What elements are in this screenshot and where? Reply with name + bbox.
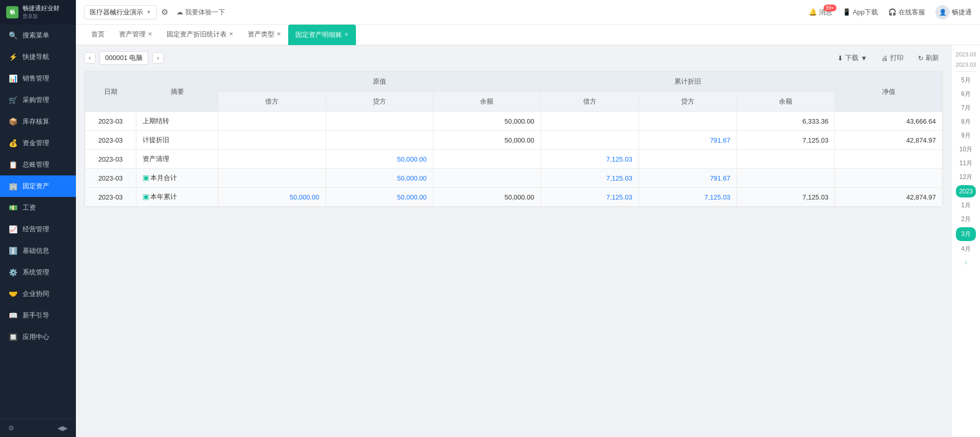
sidebar-item-label: 搜索菜单 [23, 31, 49, 40]
sidebar-item-system[interactable]: ⚙️ 系统管理 [0, 262, 76, 283]
topbar-right: 🔔 消息 99+ 📱 App下载 🎧 在线客服 👤 畅捷通 [809, 5, 972, 19]
sidebar-item-quick-nav[interactable]: ⚡ 快捷导航 [0, 46, 76, 68]
tabs-bar: 首页 资产管理 ✕ 固定资产折旧统计表 ✕ 资产类型 ✕ 固定资产明细账 ✕ [76, 25, 980, 45]
tab-asset-detail[interactable]: 固定资产明细账 ✕ [288, 25, 356, 45]
refresh-button[interactable]: ↻ 刷新 [914, 51, 943, 65]
tab-close-icon[interactable]: ✕ [229, 31, 233, 37]
timeline-month-10[interactable]: 10月 [952, 143, 980, 156]
table-cell-orig-debit: 50,000.00 [218, 188, 326, 207]
table-cell-net-value: 42,874.97 [835, 188, 943, 207]
timeline-month-6[interactable]: 6月 [952, 87, 980, 101]
sidebar-footer: ⚙ ◀▶ [0, 419, 76, 437]
chevron-down-icon: ▼ [146, 9, 151, 15]
table-cell-date: 2023-03 [85, 150, 136, 169]
support-button[interactable]: 🎧 在线客服 [888, 8, 925, 17]
headset-icon: 🎧 [888, 8, 896, 16]
timeline-month-8[interactable]: 8月 [952, 115, 980, 129]
table-cell-depr-balance: 7,125.03 [737, 188, 835, 207]
sidebar-item-inventory[interactable]: 📦 库存核算 [0, 111, 76, 132]
table-cell-orig-debit [218, 150, 326, 169]
download-label: 下载 [845, 53, 858, 63]
timeline-month-2[interactable]: 2月 [952, 212, 980, 226]
tab-close-icon[interactable]: ✕ [344, 31, 349, 38]
table-cell-summary: 资产清理 [136, 150, 218, 169]
table-cell-depr-credit [638, 150, 736, 169]
timeline-header2: 2023.03 [956, 59, 976, 70]
sidebar-item-label: 经营管理 [23, 225, 49, 234]
sidebar-item-salary[interactable]: 💵 工资 [0, 197, 76, 218]
asset-detail-table: 日期 摘要 原值 累计折旧 净值 借方 贷方 余额 借方 贷方 余额 [84, 71, 943, 207]
sidebar-item-capital[interactable]: 💰 资金管理 [0, 132, 76, 154]
settings-icon[interactable]: ⚙ [8, 424, 14, 432]
download-button[interactable]: ⬇ 下载 ▼ [833, 51, 871, 65]
sidebar-item-label: 系统管理 [23, 268, 49, 277]
operations-icon: 📈 [8, 225, 17, 234]
table-cell-depr-debit: 7,125.03 [541, 188, 638, 207]
timeline-month-5[interactable]: 5月 [952, 73, 980, 87]
th-depr-balance: 余额 [737, 92, 835, 112]
timeline-month-3[interactable]: 3月 [956, 227, 976, 241]
table-cell-depr-credit: 791.67 [638, 169, 736, 188]
user-menu[interactable]: 👤 畅捷通 [935, 5, 972, 19]
th-original-value: 原值 [218, 72, 541, 92]
table-cell-depr-debit [541, 131, 638, 150]
money-icon: 💰 [8, 138, 17, 148]
th-date: 日期 [85, 72, 136, 112]
experience-button[interactable]: ☁ 我要体验一下 [176, 8, 225, 17]
timeline-expand-btn[interactable]: ↓ [952, 256, 980, 268]
table-cell-depr-debit: 7,125.03 [541, 169, 638, 188]
print-icon: 🖨 [882, 54, 888, 62]
main-content: 首页 资产管理 ✕ 固定资产折旧统计表 ✕ 资产类型 ✕ 固定资产明细账 ✕ ‹… [76, 25, 980, 437]
asset-navigation: ‹ 000001 电脑 › ⬇ 下载 ▼ 🖨 打印 ↻ 刷新 [84, 51, 943, 65]
tab-depreciation-stats-label: 固定资产折旧统计表 [167, 30, 227, 39]
building-icon: 🏢 [8, 182, 17, 191]
sidebar-item-search[interactable]: 🔍 搜索菜单 [0, 25, 76, 46]
timeline-month-7[interactable]: 7月 [952, 101, 980, 115]
download-button[interactable]: 📱 App下载 [843, 8, 878, 17]
table-cell-depr-balance [737, 169, 835, 188]
tab-asset-type[interactable]: 资产类型 ✕ [241, 25, 288, 45]
sidebar-item-sales[interactable]: 📊 销售管理 [0, 68, 76, 89]
print-label: 打印 [890, 53, 904, 63]
sidebar: 畅 畅捷通好业财 普及版 🔍 搜索菜单 ⚡ 快捷导航 📊 销售管理 🛒 采购管理… [0, 0, 76, 437]
topbar: 医疗器械行业演示 ▼ ⚙ ☁ 我要体验一下 🔔 消息 99+ 📱 App下载 🎧… [76, 0, 980, 25]
th-accumulated-depr: 累计折旧 [541, 72, 835, 92]
bell-icon: 🔔 [809, 8, 817, 16]
sidebar-item-operations[interactable]: 📈 经营管理 [0, 218, 76, 240]
table-cell-depr-credit [638, 112, 736, 131]
experience-icon: ☁ [176, 8, 183, 16]
sidebar-item-ledger[interactable]: 📋 总账管理 [0, 154, 76, 175]
sidebar-item-guide[interactable]: 📖 新手引导 [0, 305, 76, 326]
timeline-month-12[interactable]: 12月 [952, 170, 980, 184]
timeline-year-2023[interactable]: 2023 [956, 185, 976, 197]
tab-asset-mgmt[interactable]: 资产管理 ✕ [112, 25, 159, 45]
sidebar-item-basic-info[interactable]: ℹ️ 基础信息 [0, 240, 76, 262]
table-cell-orig-credit: 50,000.00 [326, 169, 433, 188]
sidebar-item-label: 基础信息 [23, 246, 49, 255]
settings-button[interactable]: ⚙ [161, 7, 168, 17]
timeline-panel: 2023.03 2023.03 5月 6月 7月 8月 9月 10月 11月 1… [951, 45, 980, 437]
company-selector[interactable]: 医疗器械行业演示 ▼ [84, 5, 157, 19]
sidebar-item-app-center[interactable]: 🔲 应用中心 [0, 326, 76, 348]
timeline-month-11[interactable]: 11月 [952, 156, 980, 170]
next-asset-button[interactable]: › [152, 52, 164, 64]
grid-icon: 🔲 [8, 332, 17, 342]
timeline-month-1[interactable]: 1月 [952, 198, 980, 212]
sidebar-item-enterprise[interactable]: 🤝 企业协同 [0, 283, 76, 305]
notifications-button[interactable]: 🔔 消息 99+ [809, 8, 832, 17]
sidebar-collapse-btn[interactable]: ◀▶ [57, 424, 68, 432]
timeline-month-9[interactable]: 9月 [952, 129, 980, 143]
sidebar-item-label: 工资 [23, 203, 36, 212]
tab-depreciation-stats[interactable]: 固定资产折旧统计表 ✕ [159, 25, 241, 45]
tab-close-icon[interactable]: ✕ [148, 31, 152, 37]
table-cell-net-value [835, 169, 943, 188]
content-area: ‹ 000001 电脑 › ⬇ 下载 ▼ 🖨 打印 ↻ 刷新 [76, 45, 951, 437]
timeline-month-4[interactable]: 4月 [952, 242, 980, 256]
prev-asset-button[interactable]: ‹ [84, 52, 95, 64]
sidebar-item-fixed-assets[interactable]: 🏢 固定资产 [0, 175, 76, 197]
table-cell-depr-credit: 7,125.03 [638, 188, 736, 207]
print-button[interactable]: 🖨 打印 [877, 51, 908, 65]
sidebar-item-purchase[interactable]: 🛒 采购管理 [0, 89, 76, 111]
tab-close-icon[interactable]: ✕ [276, 31, 281, 37]
tab-home[interactable]: 首页 [84, 25, 112, 45]
